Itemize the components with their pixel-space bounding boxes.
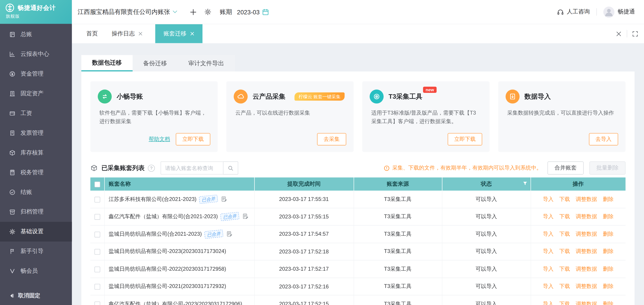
help-doc-link[interactable]: 帮助文档	[149, 136, 170, 143]
username[interactable]: 畅捷通	[618, 8, 635, 16]
download-link[interactable]: 下载	[559, 283, 570, 289]
import-link[interactable]: 导入	[543, 300, 554, 305]
row-checkbox[interactable]	[94, 266, 100, 272]
search-button[interactable]	[223, 162, 238, 175]
import-link[interactable]: 导入	[543, 231, 554, 237]
close-all-icon[interactable]	[616, 30, 622, 36]
import-link[interactable]: 导入	[543, 196, 554, 202]
sidebar-item-cloud-reports[interactable]: 云报表中心	[0, 44, 72, 64]
row-checkbox[interactable]	[94, 302, 100, 305]
go-import-button[interactable]: 去导入	[589, 133, 618, 145]
merge-detail-icon[interactable]	[242, 213, 248, 219]
go-collect-button[interactable]: 去采集	[317, 133, 346, 145]
sidebar-item-fixed-assets[interactable]: 固定资产	[0, 84, 72, 104]
column-name: 账套名称	[104, 178, 254, 190]
adjust-data-link[interactable]: 调整数据	[576, 196, 597, 202]
adjust-data-link[interactable]: 调整数据	[576, 266, 597, 272]
wallet-icon	[9, 110, 16, 116]
import-link[interactable]: 导入	[543, 283, 554, 289]
status: 可以导入	[442, 190, 531, 208]
search-icon	[228, 165, 234, 171]
delete-link[interactable]: 删除	[603, 283, 614, 289]
download-link[interactable]: 下载	[559, 196, 570, 202]
tab-home[interactable]: 首页	[80, 24, 105, 43]
extract-time: 2023-03-17 17:55:31	[254, 190, 354, 208]
close-tab-icon[interactable]	[190, 32, 194, 36]
report-chart-icon	[9, 51, 16, 58]
download-now-button[interactable]: 立即下载	[176, 133, 210, 145]
download-link[interactable]: 下载	[559, 266, 570, 272]
sidebar-item-member[interactable]: 畅会员	[0, 261, 72, 281]
merge-detail-icon[interactable]	[221, 196, 227, 202]
adjust-data-link[interactable]: 调整数据	[576, 213, 597, 219]
tab-operation-log[interactable]: 操作日志	[105, 24, 150, 43]
import-link[interactable]: 导入	[543, 213, 554, 219]
delete-link[interactable]: 删除	[603, 300, 614, 305]
company-selector[interactable]: 江西服宝精品有限责任公司内账张	[78, 8, 170, 16]
fullscreen-icon[interactable]	[632, 30, 638, 36]
delete-link[interactable]: 删除	[603, 213, 614, 219]
sidebar-item-inventory[interactable]: 库存核算	[0, 143, 72, 162]
merged-badge: 已合并	[204, 230, 223, 238]
batch-delete-button[interactable]: 批量删除	[589, 162, 626, 175]
delete-link[interactable]: 删除	[603, 196, 614, 202]
delete-link[interactable]: 删除	[603, 266, 614, 272]
merge-account-sets-button[interactable]: 合并账套	[548, 162, 584, 175]
delete-link[interactable]: 删除	[603, 231, 614, 237]
row-checkbox[interactable]	[94, 232, 100, 237]
support-button[interactable]: 人工咨询	[557, 8, 590, 16]
transfer-icon	[98, 90, 112, 104]
add-account-set-button[interactable]	[190, 8, 197, 16]
period-picker[interactable]: 2023-03	[237, 8, 269, 16]
tab-account-migration[interactable]: 账套迁移	[155, 24, 202, 43]
adjust-data-link[interactable]: 调整数据	[576, 283, 597, 289]
sidebar-item-invoice[interactable]: 发票管理	[0, 123, 72, 143]
merge-detail-icon[interactable]	[226, 231, 232, 237]
download-now-button[interactable]: 立即下载	[448, 133, 482, 145]
import-link[interactable]: 导入	[543, 266, 554, 272]
adjust-data-link[interactable]: 调整数据	[576, 248, 597, 254]
tab-data-package-migration[interactable]: 数据包迁移	[82, 55, 132, 71]
close-tab-icon[interactable]	[138, 32, 142, 36]
download-link[interactable]: 下载	[559, 300, 570, 305]
adjust-data-link[interactable]: 调整数据	[576, 231, 597, 237]
sidebar-item-closing[interactable]: 结账	[0, 182, 72, 202]
unpin-sidebar-button[interactable]: 取消固定	[0, 286, 72, 305]
account-sets-table: 账套名称 提取完成时间 账套来源 状态 操作 江苏多禾科技有限公司(合	[90, 178, 626, 305]
tab-backup-migration[interactable]: 备份迁移	[132, 55, 178, 71]
sidebar-item-payroll[interactable]: 工资	[0, 104, 72, 123]
filter-funnel-icon[interactable]	[522, 181, 528, 186]
tab-audit-file-export[interactable]: 审计文件导出	[178, 55, 235, 71]
status: 可以导入	[442, 243, 531, 260]
row-checkbox[interactable]	[94, 249, 100, 255]
status: 可以导入	[442, 295, 531, 305]
sidebar-item-label: 归档管理	[21, 208, 44, 216]
sidebar-item-label: 畅会员	[21, 267, 38, 275]
download-link[interactable]: 下载	[559, 248, 570, 254]
sidebar-item-basic-settings[interactable]: 基础设置	[0, 222, 72, 242]
row-checkbox[interactable]	[94, 284, 100, 290]
list-title: 已采集账套列表	[101, 164, 144, 172]
download-link[interactable]: 下载	[559, 231, 570, 237]
merged-badge: 已合并	[220, 212, 240, 221]
row-checkbox[interactable]	[94, 196, 100, 202]
help-icon[interactable]: ?	[148, 164, 155, 172]
adjust-data-link[interactable]: 调整数据	[576, 300, 597, 305]
sidebar-item-tax[interactable]: 税务管理	[0, 162, 72, 182]
select-all-checkbox[interactable]	[94, 182, 100, 187]
sidebar-item-onboarding[interactable]: 新手引导	[0, 242, 72, 261]
search-input[interactable]	[160, 162, 223, 175]
user-avatar[interactable]	[604, 6, 614, 17]
calendar-icon[interactable]	[262, 8, 269, 16]
sidebar-item-archive[interactable]: 归档管理	[0, 202, 72, 222]
sidebar-item-label: 新手引导	[21, 248, 44, 255]
sidebar-item-general-ledger[interactable]: 总账	[0, 25, 72, 44]
tab-label: 审计文件导出	[188, 60, 224, 67]
settings-icon[interactable]	[204, 8, 212, 16]
download-link[interactable]: 下载	[559, 213, 570, 219]
delete-link[interactable]: 删除	[603, 248, 614, 254]
import-link[interactable]: 导入	[543, 248, 554, 254]
sidebar-item-funds[interactable]: 资金管理	[0, 64, 72, 84]
row-checkbox[interactable]	[94, 214, 100, 220]
chevron-down-icon[interactable]	[172, 10, 177, 14]
